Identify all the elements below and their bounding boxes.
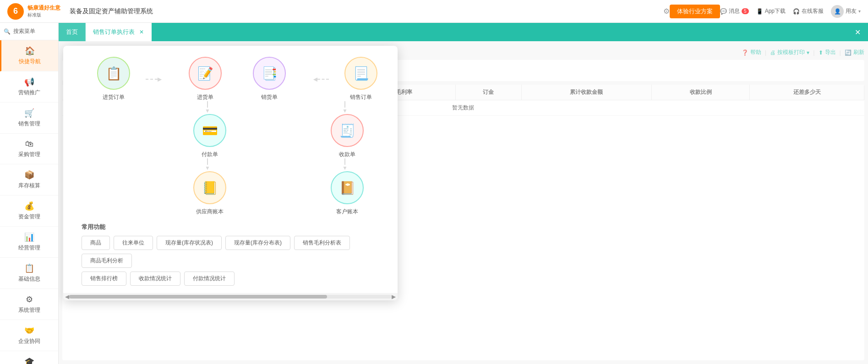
- sidebar-label-inventory: 库存核算: [18, 182, 40, 190]
- sidebar-label-purchase: 采购管理: [18, 151, 40, 158]
- scrollbar-track[interactable]: [69, 295, 392, 299]
- sidebar-item-quick[interactable]: 🏠快捷导航: [0, 40, 58, 71]
- func-btn[interactable]: 商品: [82, 236, 110, 250]
- sidebar-label-sales: 销售管理: [18, 120, 40, 128]
- app-download-button[interactable]: 📱 App下载: [756, 7, 786, 15]
- modal-scrollbar[interactable]: ◀ ▶: [63, 293, 398, 300]
- quick-icon: 🏠: [25, 46, 35, 56]
- func-btn[interactable]: 销售毛利分析表: [294, 236, 350, 250]
- quick-guide-modal-overlay: 📋 进货订单 ▶: [59, 41, 868, 364]
- try-button[interactable]: 体验行业方案: [670, 5, 720, 18]
- search-icon: 🔍: [4, 28, 11, 35]
- sidebar-item-inventory[interactable]: 📦库存核算: [0, 164, 58, 196]
- tab-home[interactable]: 首页: [59, 23, 86, 41]
- scroll-left-icon[interactable]: ◀: [65, 293, 69, 300]
- sidebar: 🔍 搜索菜单 🏠快捷导航📢营销推广🛒销售管理🛍采购管理📦库存核算💰资金管理📊经营…: [0, 23, 59, 364]
- sale-icon: 📑: [253, 57, 286, 90]
- app-icon: 📱: [756, 8, 763, 15]
- arrow-receipt-to-customer: ▼: [342, 158, 348, 171]
- purchase-order-label: 进货订单: [103, 93, 125, 101]
- page-content: ❓ 帮助 | 🖨 按模板打印 ▾ | ⬆ 导出 |: [59, 41, 868, 364]
- sidebar-label-system: 系统管理: [18, 306, 40, 314]
- flow-node-customer-ledger[interactable]: 📔 客户账本: [315, 171, 379, 216]
- flow-node-sale[interactable]: 📑 销货单: [237, 57, 301, 101]
- scrollbar-thumb[interactable]: [69, 295, 327, 299]
- customer-ledger-icon: 📔: [331, 171, 364, 204]
- service-label: 在线客服: [802, 7, 824, 15]
- sidebar-item-purchase[interactable]: 🛍采购管理: [0, 134, 58, 164]
- sidebar-item-operations[interactable]: 📊经营管理: [0, 227, 58, 258]
- arrow-sale-to-receipt: ▼: [342, 101, 348, 114]
- system-name: 装备及固定资产辅助管理系统: [70, 7, 663, 16]
- user-label: 用友: [846, 7, 857, 15]
- receipt-icon: 🧾: [331, 114, 364, 147]
- search-label: 搜索菜单: [13, 27, 35, 35]
- message-label: 消息: [729, 7, 740, 15]
- sidebar-item-sales[interactable]: 🛒销售管理: [0, 103, 58, 134]
- func-btn[interactable]: 往来单位: [114, 236, 153, 250]
- purchase-icon: 🛍: [25, 139, 33, 149]
- sidebar-item-finance[interactable]: 💰资金管理: [0, 196, 58, 227]
- message-badge: 5: [742, 8, 749, 14]
- user-menu[interactable]: 👤 用友 ▾: [831, 5, 861, 18]
- sales-icon: 🛒: [24, 108, 34, 118]
- flow-node-receipt[interactable]: 🧾 收款单: [315, 114, 379, 158]
- sidebar-item-collab[interactable]: 🤝企业协同: [0, 320, 58, 351]
- tab-bar: 首页 销售订单执行表 ✕ ✕: [59, 23, 868, 41]
- marketing-icon: 📢: [24, 77, 34, 87]
- sidebar-label-finance: 资金管理: [18, 213, 40, 221]
- arrow-payment-to-supplier: ▼: [205, 158, 210, 171]
- inventory-icon: 📦: [24, 170, 34, 180]
- sale-order-label: 销售订单: [350, 93, 372, 101]
- tab-close-icon[interactable]: ✕: [139, 29, 144, 35]
- sidebar-item-newbie[interactable]: 🎓新手引导: [0, 351, 58, 364]
- sidebar-item-marketing[interactable]: 📢营销推广: [0, 71, 58, 103]
- scroll-right-icon[interactable]: ▶: [392, 293, 396, 300]
- tab-sales-order-label: 销售订单执行表: [93, 28, 135, 36]
- close-all-tabs-button[interactable]: ✕: [847, 28, 868, 37]
- func-btn[interactable]: 销售排行榜: [82, 272, 126, 286]
- flow-node-sale-order[interactable]: 📃 销售订单: [329, 57, 393, 101]
- flow-node-purchase-order[interactable]: 📋 进货订单: [82, 57, 146, 101]
- settings-icon[interactable]: ⚙: [663, 7, 670, 16]
- func-btn[interactable]: 商品毛利分析: [82, 254, 132, 268]
- chevron-down-icon: ▾: [858, 9, 861, 14]
- message-button[interactable]: 💬 消息 5: [720, 7, 749, 15]
- tab-sales-order[interactable]: 销售订单执行表 ✕: [86, 23, 152, 41]
- online-service-button[interactable]: 🎧 在线客服: [793, 7, 824, 15]
- payment-icon: 💳: [193, 114, 226, 147]
- flow-node-purchase[interactable]: 📝 进货单: [173, 57, 237, 101]
- search-menu-button[interactable]: 🔍 搜索菜单: [0, 23, 58, 40]
- base-icon: 📋: [24, 263, 34, 273]
- arrow-sale-order-to-sale: ▶: [301, 76, 329, 82]
- message-icon: 💬: [720, 8, 727, 15]
- sale-order-icon: 📃: [344, 57, 377, 90]
- func-btns-row1: 商品往来单位现存量(库存状况表)现存量(库存分布表)销售毛利分析表商品毛利分析: [82, 236, 379, 268]
- logo-text: 畅康通好生意 标准版: [27, 5, 60, 18]
- sidebar-label-base: 基础信息: [18, 275, 40, 283]
- arrow-purchase-to-payment: ▼: [205, 101, 210, 114]
- payment-label: 付款单: [202, 151, 218, 158]
- receipt-label: 收款单: [339, 151, 355, 158]
- flow-diagram: 📋 进货订单 ▶: [82, 57, 379, 216]
- top-actions: 💬 消息 5 📱 App下载 🎧 在线客服 👤 用友 ▾: [720, 5, 861, 18]
- sale-label: 销货单: [261, 93, 278, 101]
- func-btn[interactable]: 收款情况统计: [130, 272, 180, 286]
- sidebar-item-base[interactable]: 📋基础信息: [0, 258, 58, 289]
- supplier-ledger-label: 供应商账本: [196, 208, 224, 216]
- home-tab-label: 首页: [66, 28, 78, 36]
- func-btn[interactable]: 现存量(库存状况表): [157, 236, 222, 250]
- modal-body: 📋 进货订单 ▶: [63, 46, 398, 293]
- arrow-purchase-order-to-purchase: ▶: [146, 76, 173, 82]
- service-icon: 🎧: [793, 8, 800, 15]
- avatar: 👤: [831, 5, 844, 18]
- func-btn[interactable]: 付款情况统计: [184, 272, 235, 286]
- purchase-label: 进货单: [197, 93, 213, 101]
- system-icon: ⚙: [26, 294, 33, 304]
- sidebar-item-system[interactable]: ⚙系统管理: [0, 289, 58, 320]
- flow-node-payment[interactable]: 💳 付款单: [178, 114, 242, 158]
- customer-ledger-label: 客户账本: [336, 208, 358, 216]
- logo-line1: 畅康通好生意: [27, 5, 60, 12]
- func-btn[interactable]: 现存量(库存分布表): [225, 236, 290, 250]
- flow-node-supplier-ledger[interactable]: 📒 供应商账本: [178, 171, 242, 216]
